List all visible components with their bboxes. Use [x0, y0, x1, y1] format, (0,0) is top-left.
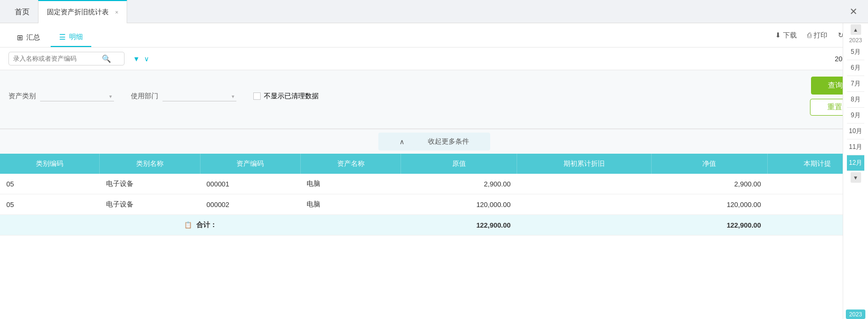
active-tab-label: 固定资产折旧统计表: [47, 1, 109, 23]
collapse-bar[interactable]: ∧ 收起更多条件: [0, 129, 868, 154]
cell-accumulated-dep: [517, 174, 651, 194]
cell-category-name: 电子设备: [100, 194, 200, 215]
main-content: ⊞ 汇总 ☰ 明细 ⬇ 下载 ⎙ 打印 ↻ 刷新: [0, 23, 868, 319]
cell-category-code: 05: [0, 174, 100, 194]
download-button[interactable]: ⬇ 下载: [775, 31, 797, 40]
cell-original-value: 120,000.00: [401, 194, 517, 215]
table-wrap: 类别编码 类别名称 资产编码 资产名称 原值 期初累计折旧 净值 本期计提 05…: [0, 154, 868, 319]
cell-accumulated-dep: [517, 194, 651, 215]
total-accumulated-dep: [517, 215, 651, 236]
search-input[interactable]: [13, 55, 98, 62]
hide-cleared-checkbox[interactable]: 不显示已清理数据: [253, 91, 319, 101]
checkbox-box: [253, 92, 261, 100]
col-asset-code: 资产编码: [200, 154, 300, 174]
cell-net-value: 2,900.00: [651, 174, 767, 194]
tab-active[interactable]: 固定资产折旧统计表 ×: [38, 0, 127, 23]
tab-bar: 首页 固定资产折旧统计表 × ✕: [0, 0, 868, 23]
cell-category-name: 电子设备: [100, 174, 200, 194]
right-calendar-strip: ▲ 2023 5月6月7月8月9月10月11月12月 ▼ 2023: [843, 23, 868, 319]
tab-summary-label: 汇总: [26, 28, 40, 47]
cell-asset-name: 电脑: [300, 174, 400, 194]
calendar-month-12月[interactable]: 12月: [847, 155, 864, 171]
search-input-wrap[interactable]: 🔍: [8, 52, 125, 65]
detail-icon: ☰: [59, 27, 66, 46]
col-category-code: 类别编码: [0, 154, 100, 174]
download-label: 下载: [783, 31, 797, 40]
total-net-value: 122,900.00: [651, 215, 767, 236]
calendar-down-arrow[interactable]: ▼: [851, 172, 861, 183]
col-original-value: 原值: [401, 154, 517, 174]
tab-summary[interactable]: ⊞ 汇总: [8, 28, 49, 47]
department-filter: 使用部门: [131, 91, 236, 101]
department-label: 使用部门: [131, 91, 158, 101]
filter-panel: 资产类别 使用部门 不显示已清理数据: [0, 70, 868, 129]
asset-category-filter: 资产类别: [8, 91, 114, 101]
calendar-month-11月[interactable]: 11月: [847, 139, 864, 155]
asset-category-select[interactable]: [40, 91, 114, 101]
chevron-down-icon: ∨: [144, 55, 149, 63]
col-asset-name: 资产名称: [300, 154, 400, 174]
calendar-month-9月[interactable]: 9月: [847, 108, 864, 124]
total-row: 📋 合计： 122,900.00 122,900.00: [0, 215, 868, 236]
tab-detail[interactable]: ☰ 明细: [51, 28, 91, 47]
more-conditions-button[interactable]: ▼ ∨: [133, 55, 149, 63]
asset-category-label: 资产类别: [8, 91, 36, 101]
calendar-month-10月[interactable]: 10月: [847, 124, 864, 139]
print-label: 打印: [814, 31, 827, 40]
filter-row: 资产类别 使用部门 不显示已清理数据: [8, 77, 860, 116]
search-bar: 🔍 ▼ ∨ 2023.01: [0, 48, 868, 70]
filter-icon: ▼: [133, 55, 140, 63]
asset-category-select-wrap: [40, 91, 114, 101]
calendar-month-6月[interactable]: 6月: [847, 60, 864, 76]
total-icon: 📋: [184, 221, 192, 229]
table-row: 05 电子设备 000001 电脑 2,900.00 2,900.00: [0, 174, 868, 194]
total-label-cell: 📋 合计：: [0, 215, 401, 236]
search-icon[interactable]: 🔍: [102, 54, 111, 63]
tab-detail-label: 明细: [69, 27, 83, 46]
cell-asset-code: 000001: [200, 174, 300, 194]
hide-cleared-label: 不显示已清理数据: [264, 91, 319, 101]
sub-tab-row: ⊞ 汇总 ☰ 明细 ⬇ 下载 ⎙ 打印 ↻ 刷新: [0, 23, 868, 48]
year-badge: 2023: [846, 309, 865, 319]
total-original-value: 122,900.00: [401, 215, 517, 236]
total-label: 合计：: [196, 221, 217, 229]
tab-close-icon[interactable]: ×: [115, 1, 118, 23]
calendar-month-5月[interactable]: 5月: [847, 44, 864, 60]
data-table: 类别编码 类别名称 资产编码 资产名称 原值 期初累计折旧 净值 本期计提 05…: [0, 154, 868, 236]
cell-asset-name: 电脑: [300, 194, 400, 215]
table-header-row: 类别编码 类别名称 资产编码 资产名称 原值 期初累计折旧 净值 本期计提: [0, 154, 868, 174]
window-close-button[interactable]: ✕: [845, 6, 862, 17]
calendar-month-8月[interactable]: 8月: [847, 92, 864, 108]
department-select-wrap: [163, 91, 236, 101]
cell-net-value: 120,000.00: [651, 194, 767, 215]
summary-icon: ⊞: [17, 28, 23, 47]
sub-tabs: ⊞ 汇总 ☰ 明细: [8, 23, 91, 47]
col-category-name: 类别名称: [100, 154, 200, 174]
cell-asset-code: 000002: [200, 194, 300, 215]
calendar-year: 2023: [849, 36, 862, 44]
print-icon: ⎙: [807, 31, 812, 39]
department-select[interactable]: [163, 91, 236, 101]
print-button[interactable]: ⎙ 打印: [807, 31, 827, 40]
collapse-up-icon: ∧: [389, 136, 415, 148]
table-row: 05 电子设备 000002 电脑 120,000.00 120,000.00: [0, 194, 868, 215]
calendar-up-arrow[interactable]: ▲: [851, 24, 861, 35]
collapse-label: ∧ 收起更多条件: [378, 133, 490, 151]
cell-original-value: 2,900.00: [401, 174, 517, 194]
col-accumulated-dep: 期初累计折旧: [517, 154, 651, 174]
tab-home[interactable]: 首页: [6, 0, 38, 23]
download-icon: ⬇: [775, 31, 781, 39]
cell-category-code: 05: [0, 194, 100, 215]
col-net-value: 净值: [651, 154, 767, 174]
calendar-month-7月[interactable]: 7月: [847, 76, 864, 92]
